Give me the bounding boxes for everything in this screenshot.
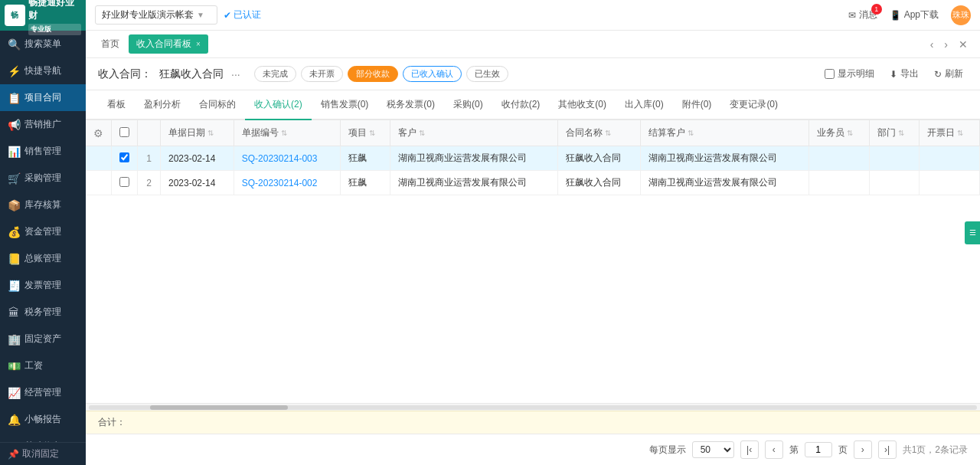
sidebar-item-label: 销售管理 <box>24 145 61 158</box>
th-salesperson[interactable]: 业务员 ⇅ <box>808 120 869 146</box>
row1-number-link[interactable]: SQ-20230214-003 <box>242 153 318 164</box>
sidebar-item-label: 营销推广 <box>24 118 61 131</box>
data-table-area: ⚙ 单据日期 ⇅ <box>86 120 980 403</box>
tab-prev-button[interactable]: ‹ <box>927 37 937 52</box>
sort-open-date-icon: ⇅ <box>957 129 963 137</box>
row2-number[interactable]: SQ-20230214-002 <box>234 171 340 195</box>
tab-subject[interactable]: 合同标的 <box>190 90 245 120</box>
page-title: 收入合同： <box>98 67 152 81</box>
tab-kanban[interactable]: 看板 <box>98 90 135 120</box>
tab-next-button[interactable]: › <box>941 37 951 52</box>
verified-check-icon: ✔ <box>224 10 231 21</box>
sidebar-item-invoice[interactable]: 🧾 发票管理 <box>0 272 86 299</box>
th-customer-label: 客户 <box>398 126 416 139</box>
page-first-button[interactable]: |‹ <box>740 440 759 459</box>
th-open-date[interactable]: 开票日 ⇅ <box>919 120 979 146</box>
tab-close-icon[interactable]: × <box>196 40 201 48</box>
row2-checkbox[interactable] <box>112 171 138 195</box>
table-footer: 合计： <box>86 411 980 434</box>
th-final-customer[interactable]: 结算客户 ⇅ <box>641 120 809 146</box>
select-all-checkbox[interactable] <box>119 127 129 137</box>
tab-tax-invoice[interactable]: 税务发票(0) <box>377 90 444 120</box>
th-number[interactable]: 单据编号 ⇅ <box>234 120 340 146</box>
messages-button[interactable]: ✉ 消息 1 <box>848 8 877 21</box>
row2-number-link[interactable]: SQ-20230214-002 <box>242 178 318 188</box>
page-input[interactable] <box>805 442 832 457</box>
sidebar-item-label: 工资 <box>24 359 43 372</box>
status-partial-received[interactable]: 部分收款 <box>348 66 398 82</box>
sidebar-item-payroll[interactable]: 💵 工资 <box>0 352 86 379</box>
th-department[interactable]: 部门 ⇅ <box>869 120 919 146</box>
tab-home[interactable]: 首页 <box>95 33 126 55</box>
tab-close-all-button[interactable]: ✕ <box>956 37 971 52</box>
sidebar-item-inventory[interactable]: 📦 库存核算 <box>0 192 86 218</box>
tab-change-log[interactable]: 变更记录(0) <box>720 90 787 120</box>
invoice-icon: 🧾 <box>8 280 20 292</box>
settings-icon[interactable]: ⚙ <box>93 127 103 139</box>
ops-icon: 📈 <box>8 387 20 399</box>
ledger-icon: 📒 <box>8 253 20 265</box>
app-name: 畅捷通好业财 <box>28 0 81 22</box>
tab-income-contract[interactable]: 收入合同看板 × <box>129 34 208 54</box>
tab-attachment[interactable]: 附件(0) <box>673 90 721 120</box>
sidebar-item-fixed-assets[interactable]: 🏢 固定资产 <box>0 326 86 352</box>
sidebar-item-quicknav[interactable]: ⚡ 快捷导航 <box>0 57 86 84</box>
status-confirmed[interactable]: 已收入确认 <box>403 66 462 82</box>
tab-payment[interactable]: 收付款(2) <box>492 90 550 120</box>
status-effective[interactable]: 已生效 <box>466 66 508 82</box>
export-button[interactable]: ⬇ 导出 <box>885 66 923 82</box>
sidebar-item-search[interactable]: 🔍 搜索菜单 <box>0 31 86 57</box>
tab-purchase[interactable]: 采购(0) <box>444 90 492 120</box>
logo-icon: 畅 <box>5 5 25 26</box>
sidebar-item-purchase[interactable]: 🛒 采购管理 <box>0 165 86 192</box>
tab-warehouse[interactable]: 出入库(0) <box>616 90 673 120</box>
user-avatar-button[interactable]: 珠珠 <box>951 5 971 25</box>
sidebar-item-label: 经营管理 <box>24 386 61 399</box>
horizontal-scrollbar[interactable] <box>86 403 980 411</box>
show-detail-input[interactable] <box>825 69 835 79</box>
th-date[interactable]: 单据日期 ⇅ <box>161 120 234 146</box>
page-next-button[interactable]: › <box>854 440 872 459</box>
row2-salesperson <box>808 171 869 195</box>
main-area: 好业财专业版演示帐套 ▼ ✔ 已认证 ✉ 消息 1 📱 App下载 珠珠 首页 <box>86 0 980 465</box>
company-selector[interactable]: 好业财专业版演示帐套 ▼ <box>95 5 217 25</box>
scrollbar-thumb[interactable] <box>150 405 288 410</box>
th-settings: ⚙ <box>86 120 112 146</box>
row1-project: 狂飙 <box>340 146 390 171</box>
sidebar-item-tax[interactable]: 🏛 税务管理 <box>0 299 86 326</box>
sidebar-item-funds[interactable]: 💰 资金管理 <box>0 218 86 245</box>
th-customer[interactable]: 客户 ⇅ <box>390 120 558 146</box>
app-download-icon: 📱 <box>890 10 901 21</box>
tab-profit[interactable]: 盈利分析 <box>135 90 190 120</box>
row2-contract: 狂飙收入合同 <box>558 171 641 195</box>
sidebar-item-ops[interactable]: 📈 经营管理 <box>0 379 86 406</box>
sidebar-item-report[interactable]: 🔔 小畅报告 <box>0 406 86 433</box>
tab-revenue-confirm[interactable]: 收入确认(2) <box>245 90 312 120</box>
sidebar-item-project-contract[interactable]: 📋 项目合同 <box>0 84 86 111</box>
sidebar-item-sales[interactable]: 📊 销售管理 <box>0 138 86 165</box>
th-project[interactable]: 项目 ⇅ <box>340 120 390 146</box>
sort-customer-icon: ⇅ <box>419 129 425 137</box>
row1-checkbox[interactable] <box>112 146 138 171</box>
page-prev-button[interactable]: ‹ <box>765 440 783 459</box>
status-uninvoiced[interactable]: 未开票 <box>301 66 343 82</box>
float-panel-button[interactable]: ☰ <box>965 221 980 244</box>
status-incomplete[interactable]: 未完成 <box>254 66 296 82</box>
tax-icon: 🏛 <box>8 306 20 319</box>
refresh-button[interactable]: ↻ 刷新 <box>929 66 968 82</box>
th-contract[interactable]: 合同名称 ⇅ <box>558 120 641 146</box>
per-page-select[interactable]: 50 100 200 <box>692 441 734 458</box>
sidebar-item-ledger[interactable]: 📒 总账管理 <box>0 245 86 272</box>
more-options-button[interactable]: ··· <box>231 68 240 80</box>
page-last-button[interactable]: ›| <box>878 440 897 459</box>
sidebar-item-base-info[interactable]: 🗂 基础信息 <box>0 433 86 442</box>
tab-sales-invoice[interactable]: 销售发票(0) <box>312 90 378 120</box>
app-download-button[interactable]: 📱 App下载 <box>890 8 939 21</box>
sidebar-item-marketing[interactable]: 📢 营销推广 <box>0 111 86 138</box>
show-detail-checkbox[interactable]: 显示明细 <box>820 66 879 82</box>
content-area: 首页 收入合同看板 × ‹ › ✕ 收入合同： 狂飙收入合同 ··· 未完成 未… <box>86 31 980 465</box>
sidebar-bottom-pin[interactable]: 📌 取消固定 <box>0 442 86 465</box>
tab-other[interactable]: 其他收支(0) <box>549 90 616 120</box>
row1-customer: 湖南卫视商业运营发展有限公司 <box>390 146 558 171</box>
row1-number[interactable]: SQ-20230214-003 <box>234 146 340 171</box>
